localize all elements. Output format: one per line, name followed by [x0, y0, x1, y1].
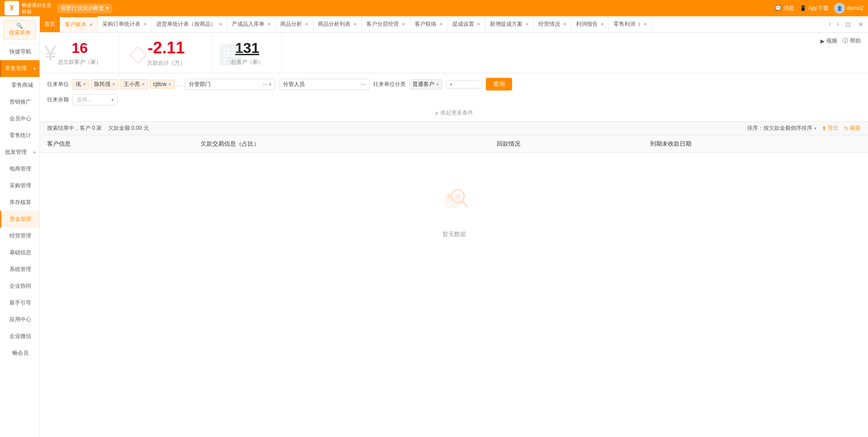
svg-point-3: [455, 194, 460, 199]
sidebar-item-retail[interactable]: 零售管理 ▾: [0, 60, 39, 77]
sidebar: 🔍 搜索菜单 快捷导航 零售管理 ▾ 零售商城 营销推广 会员中心 零售统计: [0, 16, 40, 437]
tab-purchase-orders[interactable]: 采购订单统计表 ✕: [98, 16, 152, 32]
sidebar-item-enterprise-wechat[interactable]: 企业微信: [0, 328, 39, 345]
tab-home[interactable]: 首页: [40, 16, 60, 32]
tab-scroll-right[interactable]: ›: [835, 20, 841, 29]
tab-profit-report[interactable]: 利润报告 ✕: [571, 16, 609, 32]
tab-close-accounts[interactable]: ✕: [89, 22, 93, 27]
tab-close-promotion-settings[interactable]: ✕: [477, 22, 480, 27]
filter-remaining-select[interactable]: 选择... ▾: [72, 94, 118, 105]
tab-purchase-stats[interactable]: 进货单统计表（按商品） ✕: [152, 16, 227, 32]
sidebar-item-purchase[interactable]: 采购管理: [0, 177, 39, 194]
tab-new-promo-plan[interactable]: 新增提成方案 ✕: [485, 16, 534, 32]
sort-chevron: ▾: [814, 126, 816, 131]
window-restore-btn[interactable]: ⊡: [843, 20, 854, 29]
sidebar-item-ecommerce[interactable]: 电商管理: [0, 161, 39, 177]
filter-tag-wangxl: 王小亮 ✕: [120, 79, 148, 90]
tab-customer-tier[interactable]: 客户分层经营 ✕: [362, 16, 410, 32]
tab-retail-profit[interactable]: 零售利润（ ✕: [609, 16, 652, 32]
tab-product-analysis-list[interactable]: 商品分析列表 ✕: [313, 16, 362, 32]
query-button[interactable]: 查询: [486, 78, 512, 90]
sidebar-item-quick-nav[interactable]: 快捷导航: [0, 43, 39, 60]
sidebar-item-finance[interactable]: 资金管理: [0, 211, 39, 228]
filter-dept-more: ···: [263, 81, 267, 87]
tab-close-customer-contact[interactable]: ✕: [439, 22, 443, 27]
result-text: 搜索结果中，客户 0 家 欠款金额 0.00 元: [47, 124, 149, 132]
col-due-date: 到期未收款日期: [643, 135, 868, 153]
avatar: 👤: [834, 3, 845, 14]
sidebar-item-app-center[interactable]: 应用中心: [0, 311, 39, 328]
tab-customer-contact[interactable]: 客户联络 ✕: [410, 16, 448, 32]
chevron-up-icon: ∧: [435, 110, 439, 116]
col-customer-info: 客户信息: [40, 135, 193, 153]
chevron-dept: ▾: [269, 82, 271, 87]
stat-credit-customers-label: 总欠款客户（家）: [58, 58, 101, 66]
result-bar: 搜索结果中，客户 0 家 欠款金额 0.00 元 排序：按欠款金额倒序排序 ▾ …: [40, 122, 868, 135]
filter-more-btn[interactable]: ...: [177, 81, 181, 87]
collapse-filters-btn[interactable]: ∧ 收起更多条件: [435, 109, 473, 117]
app-download-btn[interactable]: 📱 App下载: [800, 5, 829, 12]
filter-branch-person[interactable]: 分管人员 ···: [279, 79, 369, 90]
workspace-selector[interactable]: 母婴行业演示帐套 ▾: [57, 4, 112, 13]
sort-select[interactable]: 排序：按欠款金额倒序排序 ▾: [747, 124, 816, 132]
sidebar-item-basic-info[interactable]: 基础信息: [0, 244, 39, 261]
tab-close-new-promo-plan[interactable]: ✕: [525, 22, 529, 27]
tab-close-business-status[interactable]: ✕: [563, 22, 566, 27]
help-btn[interactable]: ⓘ 帮助: [843, 37, 861, 45]
tab-close-product-purchase[interactable]: ✕: [267, 22, 271, 27]
chevron-unit-cat: ▾: [450, 82, 452, 87]
chevron-icon-wholesale: ▾: [34, 150, 36, 155]
filter-row-1: 往来单位 佤 ✕ 陈民强 ✕ 王小亮 ✕: [47, 78, 861, 90]
filter-tag-normal-customer-close[interactable]: ✕: [436, 82, 439, 87]
sidebar-item-retail-stats[interactable]: 零售统计: [0, 127, 39, 144]
tab-close-retail-profit[interactable]: ✕: [643, 22, 647, 27]
filter-remaining-label: 往来余额: [47, 96, 69, 104]
sidebar-item-new-guide[interactable]: 新手引导: [0, 294, 39, 311]
refresh-icon: ↻: [844, 125, 849, 132]
filter-tag-cjttcw-close[interactable]: ✕: [168, 82, 172, 87]
filter-tag-wa: 佤 ✕: [72, 79, 89, 90]
sidebar-item-wholesale[interactable]: 批发管理 ▾: [0, 144, 39, 161]
filter-unit-cat-select[interactable]: ▾: [446, 80, 482, 89]
sidebar-item-inventory[interactable]: 库存核算: [0, 194, 39, 211]
search-menu-btn[interactable]: 🔍 搜索菜单: [4, 20, 36, 39]
export-btn[interactable]: ⬆ 导出: [822, 124, 839, 132]
result-actions: 排序：按欠款金额倒序排序 ▾ ⬆ 导出 ↻ 刷新: [747, 124, 861, 132]
search-icon: 🔍: [16, 23, 23, 29]
data-table: 客户信息 欠款交易信息（占比） 回款情况 到期未收款日期: [40, 135, 868, 266]
tab-product-purchase[interactable]: 产成品入库单 ✕: [227, 16, 276, 32]
filter-unit-label: 往来单位: [47, 81, 69, 88]
sidebar-item-retail-mall[interactable]: 零售商城: [0, 77, 39, 94]
filter-tag-cjttcw: cjttcw ✕: [150, 80, 175, 89]
sidebar-item-enterprise-coop[interactable]: 企业协同: [0, 278, 39, 294]
tab-product-analysis[interactable]: 商品分析 ✕: [276, 16, 313, 32]
tab-scroll-left[interactable]: ‹: [827, 20, 833, 29]
tab-business-status[interactable]: 经营情况 ✕: [534, 16, 571, 32]
tab-close-purchase-stats[interactable]: ✕: [219, 22, 222, 27]
filter-branch-dept[interactable]: 分管部门 ··· ▾: [185, 79, 275, 90]
filter-unit-cat-label: 往来单位分类: [373, 81, 406, 88]
window-close-btn[interactable]: ✕: [855, 20, 866, 29]
user-avatar[interactable]: 👤 demo2: [834, 3, 863, 14]
sidebar-item-marketing[interactable]: 营销推广: [0, 94, 39, 110]
tab-close-product-analysis-list[interactable]: ✕: [353, 22, 357, 27]
sidebar-item-vip[interactable]: 畅会员: [0, 345, 39, 361]
refresh-btn[interactable]: ↻ 刷新: [844, 124, 861, 132]
message-btn[interactable]: 💬 消息: [775, 5, 794, 12]
tab-close-product-analysis[interactable]: ✕: [305, 22, 308, 27]
video-btn[interactable]: ▶ 视频: [820, 37, 837, 45]
message-icon: 💬: [775, 5, 782, 11]
filter-unit-cat-tags: 普通客户 ✕: [409, 79, 442, 90]
tab-close-customer-tier[interactable]: ✕: [402, 22, 405, 27]
tab-close-purchase-orders[interactable]: ✕: [143, 22, 147, 27]
filter-tag-wa-close[interactable]: ✕: [82, 82, 86, 87]
sidebar-item-system[interactable]: 系统管理: [0, 261, 39, 278]
tab-accounts[interactable]: 客户账本 ✕: [60, 16, 98, 32]
help-icon: ⓘ: [843, 37, 848, 45]
sidebar-item-membership[interactable]: 会员中心: [0, 110, 39, 127]
tab-close-profit-report[interactable]: ✕: [600, 22, 604, 27]
tab-promotion-settings[interactable]: 提成设置 ✕: [448, 16, 485, 32]
sidebar-item-operations[interactable]: 经营管理: [0, 228, 39, 244]
filter-tag-wangxl-close[interactable]: ✕: [141, 82, 145, 87]
filter-tag-chenmq-close[interactable]: ✕: [112, 82, 115, 87]
